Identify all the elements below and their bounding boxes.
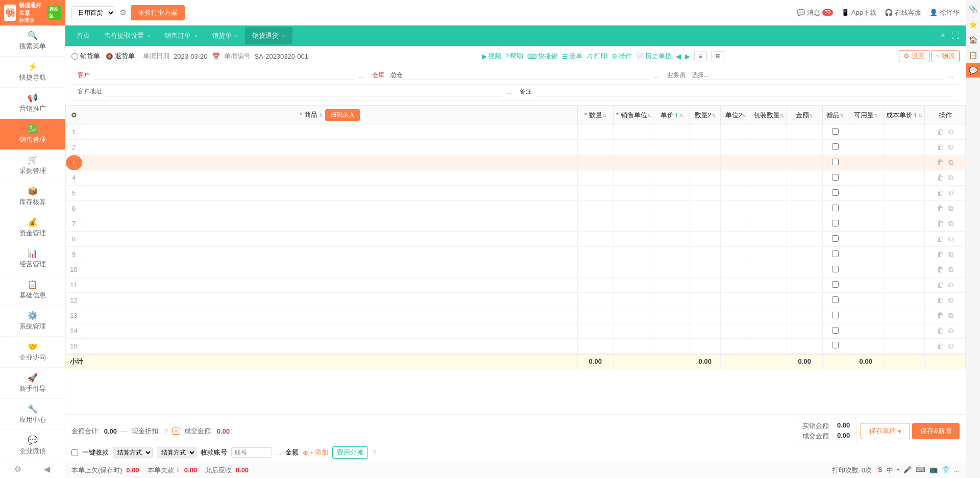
row-3-gift[interactable] (822, 155, 848, 170)
row-12-pkg-qty[interactable] (751, 293, 787, 308)
sort-available-icon[interactable]: ⇅ (874, 113, 878, 118)
row-8-gift[interactable] (822, 232, 848, 247)
row-10-amount[interactable] (787, 262, 822, 278)
row-2-qty[interactable] (577, 140, 613, 155)
row-12-unit2[interactable] (720, 293, 751, 308)
row-11-copy-btn[interactable]: ⧉ (947, 281, 955, 289)
row-14-pkg-qty[interactable] (751, 323, 787, 339)
tab-sale-goods[interactable]: 销货单 × (205, 27, 245, 44)
row-9-pkg-qty[interactable] (751, 247, 787, 262)
row-6-sale-unit[interactable] (613, 201, 654, 216)
row-7-qty2[interactable] (690, 216, 720, 232)
row-4-cost-price[interactable] (884, 170, 924, 186)
row-1-goods[interactable] (82, 124, 578, 140)
row-1-delete-btn[interactable]: 🗑 (935, 128, 945, 136)
prev-btn[interactable]: ◀ (676, 53, 681, 60)
row-2-pkg-qty[interactable] (751, 140, 787, 155)
row-2-gift-checkbox[interactable] (832, 143, 839, 150)
row-12-price[interactable] (654, 293, 690, 308)
sort-qty-icon[interactable]: ⇅ (602, 113, 606, 118)
row-3-qty[interactable] (577, 155, 613, 170)
sidebar-item-appstore[interactable]: 🔧 应用中心 (0, 399, 65, 430)
tab-sale-goods-close[interactable]: × (235, 33, 238, 39)
row-1-gift-checkbox[interactable] (832, 128, 839, 135)
industry-select[interactable]: 日用百货 (71, 6, 115, 19)
row-15-gift-checkbox[interactable] (832, 342, 839, 348)
row-1-sale-unit[interactable] (613, 124, 654, 140)
row-6-copy-btn[interactable]: ⧉ (947, 204, 955, 213)
row-10-gift-checkbox[interactable] (832, 266, 839, 272)
row-7-gift[interactable] (822, 216, 848, 232)
sidebar-collapse-btn[interactable]: ◀ (34, 464, 61, 474)
row-7-available[interactable] (848, 216, 884, 232)
row-9-price[interactable] (654, 247, 690, 262)
row-13-price[interactable] (654, 308, 690, 323)
tab-sale-price-close[interactable]: × (147, 33, 150, 39)
sidebar-item-finance[interactable]: 💰 资金管理 (0, 212, 65, 243)
row-7-amount[interactable] (787, 216, 822, 232)
sort-goods-icon[interactable]: ⇅ (319, 112, 323, 118)
radio-return-input[interactable] (106, 53, 113, 60)
salesman-dots[interactable]: ... (948, 72, 953, 79)
row-15-pkg-qty[interactable] (751, 339, 787, 354)
next-btn[interactable]: ▶ (685, 53, 690, 60)
row-7-goods[interactable] (82, 216, 578, 232)
shortcut-btn[interactable]: ⌨ 快捷键 (527, 52, 558, 61)
row-8-price[interactable] (654, 232, 690, 247)
row-5-price[interactable] (654, 186, 690, 201)
row-12-delete-btn[interactable]: 🗑 (935, 296, 945, 304)
row-14-gift[interactable] (822, 323, 848, 339)
row-8-goods[interactable] (82, 232, 578, 247)
row-14-amount[interactable] (787, 323, 822, 339)
customer-input[interactable] (94, 70, 355, 80)
row-4-price[interactable] (654, 170, 690, 186)
row-15-goods[interactable] (82, 339, 578, 354)
sidebar-item-inventory[interactable]: 📦 库存核算 (0, 181, 65, 212)
row-6-available[interactable] (848, 201, 884, 216)
row-12-qty[interactable] (577, 293, 613, 308)
row-1-copy-btn[interactable]: ⧉ (947, 128, 955, 136)
row-11-cost-price[interactable] (884, 278, 924, 293)
row-12-amount[interactable] (787, 293, 822, 308)
row-9-copy-btn[interactable]: ⧉ (947, 250, 955, 259)
calc-method-select[interactable]: 结算方式 (157, 447, 197, 458)
row-3-gift-checkbox[interactable] (832, 159, 839, 165)
sidebar-item-shortcuts[interactable]: ⚡ 快捷导航 (0, 57, 65, 88)
tabs-maximize-btn[interactable]: ⛶ (949, 30, 962, 41)
sidebar-item-sales[interactable]: 💹 销售管理 (0, 119, 65, 150)
row-3-copy-btn[interactable]: ⧉ (947, 158, 955, 167)
row-10-pkg-qty[interactable] (751, 262, 787, 278)
row-14-delete-btn[interactable]: 🗑 (935, 326, 945, 335)
row-10-qty[interactable] (577, 262, 613, 278)
row-3-sale-unit[interactable] (613, 155, 654, 170)
tab-sale-return[interactable]: 销货退货 × (245, 27, 292, 44)
row-14-qty2[interactable] (690, 323, 720, 339)
row-14-goods[interactable] (82, 323, 578, 339)
sidebar-settings-btn[interactable]: ⚙ (4, 464, 32, 474)
row-2-unit2[interactable] (720, 140, 751, 155)
row-7-delete-btn[interactable]: 🗑 (935, 219, 945, 228)
row-5-goods[interactable] (82, 186, 578, 201)
sort-pkg-qty-icon[interactable]: ⇅ (780, 113, 784, 118)
row-3-goods[interactable] (82, 155, 578, 170)
row-9-goods[interactable] (82, 247, 578, 262)
sidebar-item-search[interactable]: 🔍 搜索菜单 (0, 26, 65, 57)
row-6-unit2[interactable] (720, 201, 751, 216)
row-6-price[interactable] (654, 201, 690, 216)
sort-amount-icon[interactable]: ⇅ (809, 113, 813, 118)
row-5-gift-checkbox[interactable] (832, 189, 839, 196)
row-10-available[interactable] (848, 262, 884, 278)
right-panel-btn-2[interactable]: ⭐ (966, 17, 980, 32)
row-2-qty2[interactable] (690, 140, 720, 155)
row-4-pkg-qty[interactable] (751, 170, 787, 186)
sort-sale-unit-icon[interactable]: ⇅ (647, 113, 651, 118)
row-6-pkg-qty[interactable] (751, 201, 787, 216)
sort-gift-icon[interactable]: ⇅ (840, 113, 844, 118)
one-key-pay-checkbox[interactable] (71, 449, 78, 456)
print-btn[interactable]: 🖨 打印 (586, 52, 607, 61)
warehouse-input[interactable] (388, 70, 649, 80)
row-14-unit2[interactable] (720, 323, 751, 339)
row-1-gift[interactable] (822, 124, 848, 140)
account-input[interactable] (231, 447, 272, 458)
row-7-pkg-qty[interactable] (751, 216, 787, 232)
